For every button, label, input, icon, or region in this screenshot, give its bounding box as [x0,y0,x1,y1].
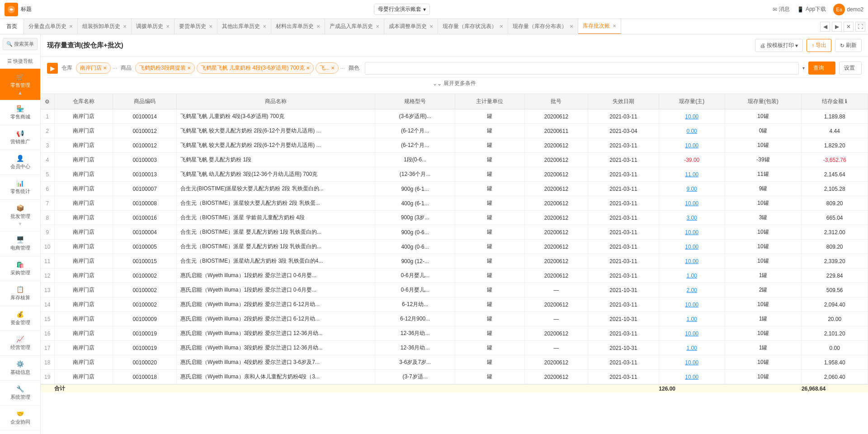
row-expire: 2021-03-11 [588,240,659,254]
tab-close-icon[interactable]: ✕ [500,24,503,29]
row-expire: 2021-03-11 [588,326,659,341]
color-input[interactable] [365,62,799,75]
tab-yaohuo[interactable]: 要货单历史 ✕ [175,19,217,34]
sidebar-nav-btn[interactable]: ☰ 快捷导航 [0,54,40,69]
sidebar-item-system[interactable]: 🔧 系统管理 [0,381,40,406]
product-tag-2[interactable]: 飞鹤星飞帆 儿童奶粉 4段(3-6岁适用) 700克 ✕ [197,62,314,74]
tab-close-all-btn[interactable]: ✕ [844,22,854,32]
query-btn[interactable]: 查询 [808,61,835,75]
row-qty-main[interactable]: 11.00 [659,167,725,182]
tab-qita[interactable]: 其他出库单历史 ✕ [217,19,271,34]
th-amount: 结存金额 ℹ [802,94,868,109]
product-tag-1[interactable]: 飞鹤奶粉3段两提装 ✕ [135,62,195,74]
settings-btn[interactable]: 设置 [839,61,862,75]
enterprise-icon: 🤝 [16,410,24,417]
tab-close-icon[interactable]: ✕ [613,24,616,28]
sidebar-item-wholesale[interactable]: 📦 批发管理 ▼ [0,200,40,231]
sidebar-search-btn[interactable]: 🔍 搜索英单 [3,38,38,50]
tab-close-icon[interactable]: ✕ [429,24,433,29]
tab-fenpan[interactable]: 分量盘点单历史 ✕ [24,19,78,34]
tab-close-icon[interactable]: ✕ [123,24,127,29]
user-area[interactable]: Ea demo2 [833,4,863,15]
tab-prev-btn[interactable]: ◀ [820,22,830,32]
sidebar-item-inventory[interactable]: 📋 库存核算 [0,281,40,306]
warehouse-tag-1[interactable]: 南岸门店 ✕ [76,62,111,74]
filter-expand-btn[interactable]: ▶ [47,63,58,74]
refresh-icon: ↻ [840,42,844,49]
tab-home[interactable]: 首页 [0,19,24,34]
sidebar-item-marketing[interactable]: 📢 营销推广 [0,125,40,150]
sidebar-item-member[interactable]: 👤 会员中心 [0,150,40,175]
store-selector[interactable]: 母婴行业演示账套 ▾ [374,4,430,15]
sidebar-item-retail-stats[interactable]: 📊 零售统计 [0,175,40,200]
product-tag-1-close-icon[interactable]: ✕ [187,66,191,71]
row-qty-main[interactable]: 10.00 [659,138,725,153]
tab-diaobo[interactable]: 调拨单历史 ✕ [132,19,175,34]
sidebar-item-enterprise[interactable]: 🤝 企业协同 [0,406,40,430]
sidebar: 🔍 搜索英单 ☰ 快捷导航 🛒 零售管理 ▲ 🏪 零售商城 📢 营销推广 👤 会… [0,34,41,434]
expand-more-btn[interactable]: ⌄⌄ 展开更多条件 [47,77,862,89]
tab-close-icon[interactable]: ✕ [376,24,379,29]
row-qty-main[interactable]: 1.00 [659,312,725,326]
sidebar-item-newguide[interactable]: 🎯 新手引导 [0,430,40,434]
warehouse-tag-close-icon[interactable]: ✕ [103,66,107,71]
tab-zuzhuang[interactable]: 组装拆卸单历史 ✕ [78,19,132,34]
tab-cailiao[interactable]: 材料出库单历史 ✕ [271,19,325,34]
row-qty-main[interactable]: 2.00 [659,283,725,297]
row-qty-main[interactable]: 10.00 [659,297,725,312]
tab-chengben[interactable]: 成本调整单历史 ✕ [384,19,438,34]
tab-close-icon[interactable]: ✕ [166,24,170,29]
row-batch: 20200612 [524,138,588,153]
row-qty-main[interactable]: 10.00 [659,326,725,341]
row-num: 19 [41,370,54,385]
tab-close-icon[interactable]: ✕ [316,24,320,29]
sidebar-item-retail-mgmt[interactable]: 🛒 零售管理 ▲ [0,69,40,100]
tab-close-icon[interactable]: ✕ [570,24,573,29]
sidebar-item-purchase[interactable]: 🛍️ 采购管理 [0,256,40,281]
sidebar-item-ecommerce[interactable]: 🖥️ 电商管理 [0,231,40,256]
sidebar-item-basic[interactable]: ⚙️ 基础信息 [0,356,40,381]
product-more-icon[interactable]: ··· [340,65,345,71]
tab-fullscreen-btn[interactable]: ⛶ [855,22,865,32]
print-btn[interactable]: 🖨 按模板打印 ▾ [755,39,803,52]
row-qty-main[interactable]: 10.00 [659,225,725,240]
row-name: 惠氏启能（Wyeth illuma）3段奶粉 爱尔兰进口 12-36月幼... [176,326,375,341]
row-qty-main[interactable]: 10.00 [659,254,725,269]
app-btn[interactable]: 📱 App下载 [797,5,826,13]
row-qty-main[interactable]: 0.00 [659,124,725,138]
product-tag-3[interactable]: 飞... ✕ [316,62,339,74]
export-btn[interactable]: ↑ 导出 [807,39,831,52]
tab-kucunzk[interactable]: 现存量（库存状况表） ✕ [438,19,508,34]
row-qty-main[interactable]: 10.00 [659,240,725,254]
row-qty-main[interactable]: 10.00 [659,196,725,211]
table-row: 13 南岸门店 00100002 惠氏启能（Wyeth illuma）1段奶粉 … [41,283,868,297]
row-unit: 罐 [455,269,524,283]
row-qty-main[interactable]: 1.00 [659,269,725,283]
tab-close-icon[interactable]: ✕ [69,24,73,29]
row-qty-main[interactable]: 10.00 [659,109,725,124]
product-tag-3-close-icon[interactable]: ✕ [331,66,335,71]
row-code: 00100018 [113,370,177,385]
row-num: 4 [41,153,54,167]
row-qty-main[interactable]: 1.00 [659,341,725,355]
sidebar-item-ops[interactable]: 📈 经营管理 [0,331,40,356]
row-qty-main[interactable]: 10.00 [659,370,725,385]
product-tag-2-close-icon[interactable]: ✕ [306,66,310,71]
row-qty-main[interactable]: 9.00 [659,182,725,196]
tab-close-icon[interactable]: ✕ [263,24,266,29]
tab-kucunpici[interactable]: 库存批次账 ✕ [578,19,621,34]
row-qty-main[interactable]: 3.00 [659,211,725,225]
th-settings[interactable]: ⚙ [41,94,54,109]
warehouse-more-icon[interactable]: ··· [113,65,117,71]
member-icon: 👤 [16,155,24,162]
sidebar-item-retail-mall[interactable]: 🏪 零售商城 [0,100,40,125]
sidebar-item-finance[interactable]: 💰 资金管理 [0,306,40,331]
row-qty-main[interactable]: 10.00 [659,355,725,370]
tab-chengpin[interactable]: 产成品入库单历史 ✕ [325,19,384,34]
tab-close-icon[interactable]: ✕ [209,24,212,29]
refresh-btn[interactable]: ↻ 刷新 [835,39,862,52]
tab-next-btn[interactable]: ▶ [832,22,842,32]
table-row: 12 南岸门店 00100002 惠氏启能（Wyeth illuma）1段奶粉 … [41,269,868,283]
tab-kucunfb[interactable]: 现存量（库存分布表） ✕ [508,19,578,34]
msg-btn[interactable]: ✉ 消息 [773,5,790,13]
